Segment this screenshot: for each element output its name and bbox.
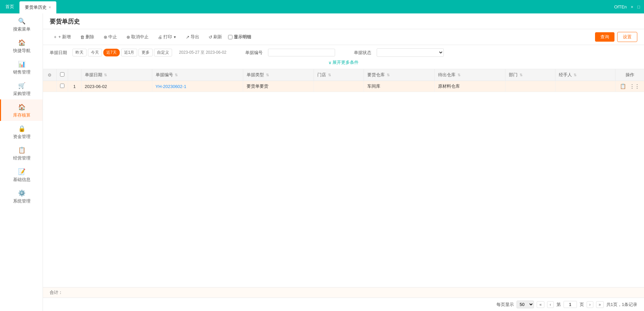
new-label: + 新增 xyxy=(58,34,71,40)
tab-requisition-history[interactable]: 要货单历史 × xyxy=(19,1,56,13)
req-warehouse-col-header[interactable]: 要货仓库 ⇅ xyxy=(364,69,434,81)
sidebar-item-quick-nav[interactable]: 🏠 快捷导航 xyxy=(0,35,43,56)
total-info: 共1页，1条记录 xyxy=(606,302,637,308)
display-detail-label: 显示明细 xyxy=(234,34,251,40)
sidebar-sales-label: 销售管理 xyxy=(13,69,31,75)
cancel-stop-button[interactable]: ⊗ 取消中止 xyxy=(123,33,152,41)
row-req-warehouse-cell: 车间库 xyxy=(364,81,434,92)
window-maximize-btn[interactable]: □ xyxy=(637,4,640,9)
often-label: OfTEn xyxy=(614,4,627,9)
table-footer: 合计： xyxy=(43,287,644,298)
sidebar-item-sales[interactable]: 📊 销售管理 xyxy=(0,56,43,78)
sidebar-item-purchase[interactable]: 🛒 采购管理 xyxy=(0,78,43,99)
settings-col-header[interactable]: ⚙ xyxy=(43,69,56,81)
print-dropdown-icon: ▼ xyxy=(173,35,176,39)
row-ops-cell: 📋 ⋮⋮ xyxy=(615,81,644,92)
basic-info-icon: 📝 xyxy=(18,168,25,175)
new-icon: ＋ xyxy=(53,34,57,40)
page-input[interactable] xyxy=(564,301,577,308)
row-checkbox[interactable] xyxy=(60,84,64,88)
summary-label: 合计： xyxy=(50,290,63,296)
page-label-after: 页 xyxy=(580,302,584,308)
sidebar-system-label: 系统管理 xyxy=(13,198,31,204)
status-select[interactable] xyxy=(377,48,444,57)
display-detail-checkbox[interactable] xyxy=(228,35,232,39)
date-btn-today[interactable]: 今天 xyxy=(88,49,102,56)
export-icon: ↗ xyxy=(186,35,190,40)
date-col-header[interactable]: 单据日期 ⇅ xyxy=(81,69,152,81)
tab-bar: 首页 要货单历史 × xyxy=(0,0,56,13)
purchase-icon: 🛒 xyxy=(18,82,25,89)
expand-conditions-btn[interactable]: ∨ 展开更多条件 xyxy=(328,59,359,65)
settings-button[interactable]: 设置 xyxy=(617,32,637,42)
num-col-header xyxy=(68,69,81,81)
content-area: 要货单历史 ＋ + 新增 🗑 删除 ⊗ 中止 ⊗ 取消中止 🖨 打印 xyxy=(43,13,644,311)
print-button[interactable]: 🖨 打印 ▼ xyxy=(155,33,180,41)
filter-row-1: 单据日期 昨天 今天 近7天 近1月 更多 自定义 2023-05-27 至 2… xyxy=(50,48,637,57)
dept-sort-icon: ⇅ xyxy=(520,73,523,77)
sidebar-item-inventory[interactable]: 🏠 库存核算 xyxy=(0,99,43,121)
prev-page-btn[interactable]: ‹ xyxy=(547,301,554,308)
doctype-col-header[interactable]: 单据类型 ⇅ xyxy=(243,69,314,81)
cancel-stop-label: 取消中止 xyxy=(131,34,149,40)
inventory-icon: 🏠 xyxy=(18,103,25,111)
toolbar: ＋ + 新增 🗑 删除 ⊗ 中止 ⊗ 取消中止 🖨 打印 ▼ ↗ xyxy=(43,29,644,45)
close-tab-icon[interactable]: × xyxy=(49,5,51,10)
dept-col-header[interactable]: 部门 ⇅ xyxy=(505,69,555,81)
window-close-btn[interactable]: × xyxy=(631,4,634,9)
query-label: 查询 xyxy=(600,34,609,40)
table-row[interactable]: 1 2023-06-02 YH-20230602-1 要货单要货 车间库 原材料… xyxy=(43,81,644,92)
row-docno-cell[interactable]: YH-20230602-1 xyxy=(152,81,243,92)
date-btn-7days[interactable]: 近7天 xyxy=(103,49,120,56)
tab-home[interactable]: 首页 xyxy=(0,0,19,13)
docno-col-header[interactable]: 单据编号 ⇅ xyxy=(152,69,243,81)
doc-no-input[interactable] xyxy=(268,49,335,56)
store-col-header[interactable]: 门店 ⇅ xyxy=(314,69,364,81)
top-bar-right: OfTEn × □ xyxy=(614,4,644,9)
sidebar-quick-nav-label: 快捷导航 xyxy=(13,48,31,54)
cancel-stop-icon: ⊗ xyxy=(126,35,130,40)
export-button[interactable]: ↗ 导出 xyxy=(182,33,203,41)
display-detail-checkbox-wrapper[interactable]: 显示明细 xyxy=(228,34,251,40)
stop-button[interactable]: ⊗ 中止 xyxy=(100,33,120,41)
delete-label: 删除 xyxy=(86,34,94,40)
row-checkbox-cell[interactable] xyxy=(56,81,68,92)
sidebar-item-search[interactable]: 🔍 搜索菜单 xyxy=(0,13,43,35)
select-all-checkbox[interactable] xyxy=(60,72,64,77)
new-button[interactable]: ＋ + 新增 xyxy=(50,33,74,41)
expand-label: 展开更多条件 xyxy=(332,59,359,65)
first-page-btn[interactable]: « xyxy=(537,301,544,308)
delete-button[interactable]: 🗑 删除 xyxy=(77,33,98,41)
sidebar-item-finance[interactable]: 🔒 资金管理 xyxy=(0,121,43,142)
query-button[interactable]: 查询 xyxy=(595,32,614,42)
docno-sort-icon: ⇅ xyxy=(175,73,178,77)
sidebar-item-system[interactable]: ⚙️ 系统管理 xyxy=(0,185,43,207)
date-btn-1month[interactable]: 近1月 xyxy=(121,49,138,56)
date-btn-yesterday[interactable]: 昨天 xyxy=(72,49,87,56)
refresh-button[interactable]: ↺ 刷新 xyxy=(205,33,225,41)
top-bar: 首页 要货单历史 × OfTEn × □ xyxy=(0,0,644,13)
doc-no-filter-label: 单据编号 xyxy=(245,50,263,56)
pending-warehouse-col-header[interactable]: 待出仓库 ⇅ xyxy=(434,69,505,81)
settings-label: 设置 xyxy=(623,34,632,40)
date-btn-custom[interactable]: 自定义 xyxy=(154,49,172,56)
sidebar-search-label: 搜索菜单 xyxy=(13,26,31,32)
sidebar-item-basic-info[interactable]: 📝 基础信息 xyxy=(0,164,43,185)
sidebar-item-operations[interactable]: 📋 经营管理 xyxy=(0,142,43,164)
sidebar-purchase-label: 采购管理 xyxy=(13,91,31,97)
stop-icon: ⊗ xyxy=(104,35,107,40)
row-edit-icon[interactable]: ⋮⋮ xyxy=(630,83,640,89)
row-docno-link[interactable]: YH-20230602-1 xyxy=(156,84,186,89)
row-view-icon[interactable]: 📋 xyxy=(620,83,626,89)
main-layout: 🔍 搜索菜单 🏠 快捷导航 📊 销售管理 🛒 采购管理 🏠 库存核算 🔒 资金管… xyxy=(0,13,644,311)
next-page-btn[interactable]: › xyxy=(587,301,593,308)
print-icon: 🖨 xyxy=(158,35,162,40)
pagination-bar: 每页显示 50 10 20 100 « ‹ 第 页 › » 共1页，1条记录 xyxy=(43,298,644,311)
page-size-label: 每页显示 xyxy=(496,302,514,308)
store-sort-icon: ⇅ xyxy=(328,73,331,77)
last-page-btn[interactable]: » xyxy=(596,301,604,308)
page-size-select[interactable]: 50 10 20 100 xyxy=(517,301,534,308)
handler-col-header[interactable]: 经手人 ⇅ xyxy=(555,69,615,81)
date-btn-more[interactable]: 更多 xyxy=(139,49,153,56)
data-table: ⚙ 单据日期 ⇅ 单据编号 ⇅ xyxy=(43,69,644,92)
